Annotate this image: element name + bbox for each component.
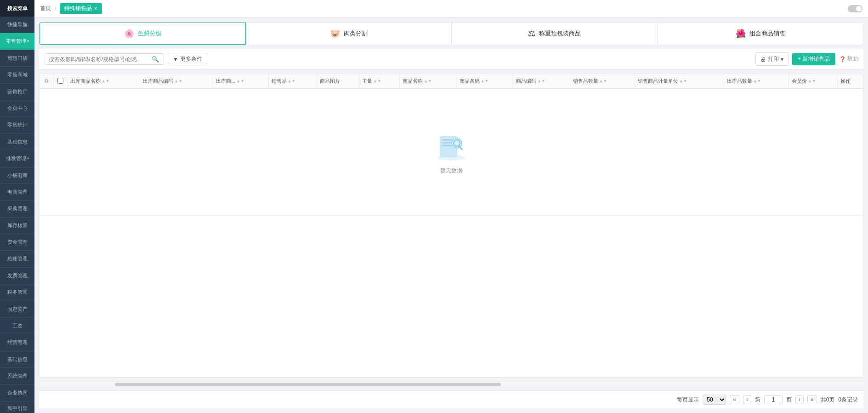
sort-icon-goods-name[interactable]: ▲▼ xyxy=(424,79,432,83)
first-page-button[interactable]: « xyxy=(730,395,739,404)
chevron-down-icon-2: ▾ xyxy=(27,156,29,161)
last-page-button[interactable]: » xyxy=(807,395,817,404)
sort-icon-out-goods-info[interactable]: ▲▼ xyxy=(236,79,244,83)
combo-sale-icon: 🌺 xyxy=(736,29,746,39)
prev-page-button[interactable]: ‹ xyxy=(743,395,751,404)
total-pages: 共0页 xyxy=(821,396,835,404)
sidebar-item-inventory-calc[interactable]: 库存核算 xyxy=(0,218,34,234)
scrollbar-thumb[interactable] xyxy=(115,383,501,386)
breadcrumb-home[interactable]: 首页 xyxy=(40,5,51,12)
sort-icon-out-goods-name[interactable]: ▲▼ xyxy=(102,79,110,83)
th-sale-qty: 销售品数量 ▲▼ xyxy=(570,74,635,89)
page-size-select[interactable]: 50 10 20 100 xyxy=(703,395,726,405)
th-goods-image: 商品图片 xyxy=(317,74,359,89)
print-arrow-icon: ▾ xyxy=(781,56,783,63)
th-goods-barcode: 商品条码 ▲▼ xyxy=(456,74,513,89)
th-checkbox[interactable] xyxy=(53,74,67,89)
sort-icon-goods-barcode[interactable]: ▲▼ xyxy=(481,79,489,83)
sidebar-item-retail-mall[interactable]: 零售商城 xyxy=(0,67,34,83)
search-input[interactable] xyxy=(49,56,150,63)
th-out-qty: 出库品数量 ▲▼ xyxy=(724,74,789,89)
weight-pack-icon: ⚖ xyxy=(528,29,535,39)
th-out-goods-code: 出库商品编码 ▲▼ xyxy=(140,74,213,89)
page-content: 🌸 生鲜分级 🐷 肉类分割 ⚖ 称重预包装商品 🌺 组合商品销售 🔍 xyxy=(34,17,868,413)
tab-weight-pack[interactable]: ⚖ 称重预包装商品 xyxy=(452,23,658,45)
empty-state-cell: 暂无数据 xyxy=(40,89,863,216)
sidebar-item-invoice-mgmt[interactable]: 发票管理 xyxy=(0,268,34,284)
print-icon: 🖨 xyxy=(760,56,766,63)
sort-icon-sale-qty[interactable]: ▲▼ xyxy=(599,79,607,83)
svg-rect-4 xyxy=(442,145,453,146)
sidebar-item-ledger-mgmt[interactable]: 总账管理 xyxy=(0,251,34,267)
sort-icon-sale-goods[interactable]: ▲▼ xyxy=(288,79,296,83)
sidebar-item-salary[interactable]: 工资 xyxy=(0,318,34,334)
page-suffix: 页 xyxy=(786,396,792,404)
fresh-grade-icon: 🌸 xyxy=(124,29,134,39)
search-icon[interactable]: 🔍 xyxy=(152,56,159,63)
pagination-bar: 每页显示 50 10 20 100 « ‹ 第 页 › » 共0页 0条记录 xyxy=(39,390,863,408)
tab-combo-sale[interactable]: 🌺 组合商品销售 xyxy=(658,23,863,45)
sidebar-item-finance-mgmt[interactable]: 资金管理 xyxy=(0,234,34,251)
sidebar-item-system-mgmt[interactable]: 系统管理 xyxy=(0,368,34,384)
sidebar-item-purchase-mgmt[interactable]: 采购管理 xyxy=(0,201,34,217)
table-header-row: ⚙ 出库商品名称 ▲▼ 出库商品编码 ▲▼ xyxy=(40,74,863,89)
meat-cut-icon: 🐷 xyxy=(330,29,340,39)
toggle-switch[interactable] xyxy=(848,5,862,12)
empty-state-row: 暂无数据 xyxy=(40,89,863,216)
total-count: 0条记录 xyxy=(838,396,858,404)
th-action: 操作 xyxy=(837,74,863,89)
category-tabs: 🌸 生鲜分级 🐷 肉类分割 ⚖ 称重预包装商品 🌺 组合商品销售 xyxy=(39,22,863,45)
sort-icon-goods-code[interactable]: ▲▼ xyxy=(537,79,545,83)
sidebar: 搜索菜单 快捷导航 零售管理 ▾ 智慧门店 零售商城 营销推广 会员中心 零售统… xyxy=(0,0,34,413)
sidebar-item-enterprise-collab[interactable]: 企业协同 xyxy=(0,385,34,402)
sort-icon-sale-unit[interactable]: ▲▼ xyxy=(679,79,687,83)
svg-rect-3 xyxy=(442,142,451,143)
sidebar-item-retail-mgmt[interactable]: 零售管理 ▾ xyxy=(0,33,34,50)
sidebar-item-business-mgmt[interactable]: 经营管理 xyxy=(0,334,34,351)
th-goods-name: 商品名称 ▲▼ xyxy=(400,74,456,89)
sidebar-logo[interactable]: 搜索菜单 xyxy=(0,0,34,17)
top-bar: 首页 / 特殊销售品 ✕ xyxy=(34,0,868,17)
th-settings[interactable]: ⚙ xyxy=(40,74,53,89)
toolbar: 🔍 ▼ 更多条件 🖨 打印 ▾ + 新增销售品 ❓ 帮助 xyxy=(39,49,863,70)
print-button[interactable]: 🖨 打印 ▾ xyxy=(755,52,789,66)
th-goods-code: 商品编码 ▲▼ xyxy=(513,74,570,89)
sidebar-item-newbie-guide[interactable]: 新手引导 xyxy=(0,402,34,413)
sidebar-item-fixed-assets[interactable]: 固定资产 xyxy=(0,301,34,318)
th-out-goods-name: 出库商品名称 ▲▼ xyxy=(67,74,140,89)
breadcrumb-separator: / xyxy=(55,6,56,12)
toolbar-right: 🖨 打印 ▾ + 新增销售品 ❓ 帮助 xyxy=(755,52,858,66)
data-table-container: ⚙ 出库商品名称 ▲▼ 出库商品编码 ▲▼ xyxy=(39,74,863,378)
empty-text: 暂无数据 xyxy=(440,167,462,175)
close-icon[interactable]: ✕ xyxy=(94,6,97,11)
main-content: 首页 / 特殊销售品 ✕ 🌸 生鲜分级 🐷 肉类分割 ⚖ 称重预包装商品 xyxy=(34,0,868,413)
sort-icon-out-qty[interactable]: ▲▼ xyxy=(753,79,761,83)
add-sale-item-button[interactable]: + 新增销售品 xyxy=(792,53,835,65)
horizontal-scrollbar[interactable] xyxy=(39,381,863,387)
top-bar-right xyxy=(848,5,862,12)
sidebar-item-wholesale-mgmt[interactable]: 批发管理 ▾ xyxy=(0,150,34,167)
breadcrumb-current[interactable]: 特殊销售品 ✕ xyxy=(60,3,102,14)
sidebar-item-marketing[interactable]: 营销推广 xyxy=(0,84,34,100)
sidebar-item-basic-info-2[interactable]: 基础信息 xyxy=(0,351,34,368)
th-main-weight: 主量 ▲▼ xyxy=(359,74,400,89)
help-icon: ❓ xyxy=(839,56,846,63)
select-all-checkbox[interactable] xyxy=(57,78,63,84)
page-input[interactable] xyxy=(764,395,783,404)
filter-button[interactable]: ▼ 更多条件 xyxy=(168,53,207,65)
sidebar-item-ecommerce-mgmt[interactable]: 电商管理 xyxy=(0,184,34,201)
sidebar-item-quick-nav[interactable]: 快捷导航 xyxy=(0,17,34,33)
tab-fresh-grade[interactable]: 🌸 生鲜分级 xyxy=(39,22,246,45)
sidebar-item-smart-store[interactable]: 智慧门店 xyxy=(0,50,34,67)
sort-icon-out-goods-code[interactable]: ▲▼ xyxy=(174,79,182,83)
sort-icon-main-weight[interactable]: ▲▼ xyxy=(373,79,381,83)
sidebar-item-basic-info-1[interactable]: 基础信息 xyxy=(0,134,34,150)
sort-icon-member-price[interactable]: ▲▼ xyxy=(808,79,816,83)
sidebar-item-retail-stats[interactable]: 零售统计 xyxy=(0,117,34,133)
next-page-button[interactable]: › xyxy=(795,395,804,404)
sidebar-item-tax-mgmt[interactable]: 税务管理 xyxy=(0,284,34,301)
tab-meat-cut[interactable]: 🐷 肉类分割 xyxy=(246,23,452,45)
sidebar-item-member-center[interactable]: 会员中心 xyxy=(0,100,34,117)
help-button[interactable]: ❓ 帮助 xyxy=(839,55,858,63)
sidebar-item-ecommerce-small[interactable]: 小畅电商 xyxy=(0,167,34,184)
